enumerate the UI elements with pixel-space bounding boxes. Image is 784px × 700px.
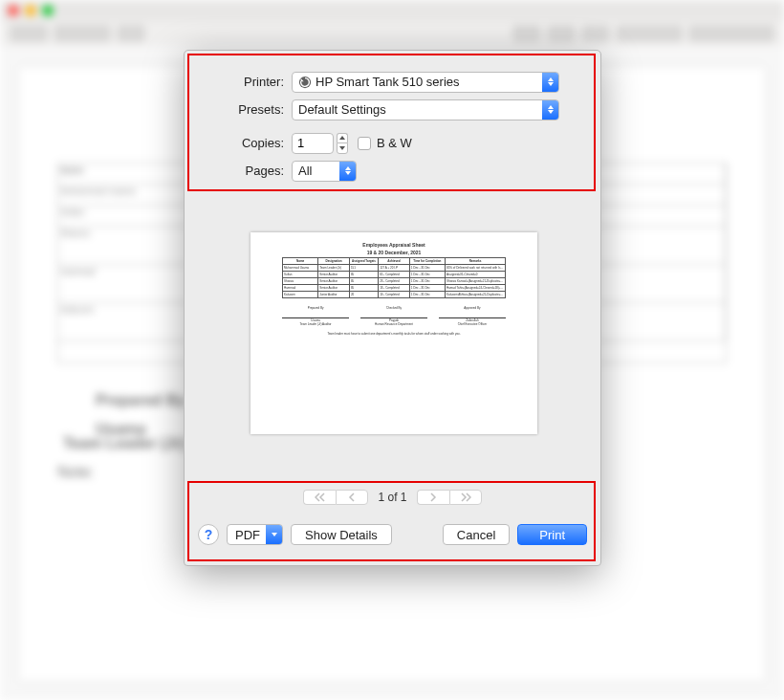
- printer-value: HP Smart Tank 510 series: [316, 75, 460, 89]
- printer-select[interactable]: HP Smart Tank 510 series: [292, 72, 559, 93]
- preview-td: Senior Auditor: [318, 272, 350, 278]
- preview-td: Team Leader (Jr): [318, 265, 350, 272]
- presets-select[interactable]: Default Settings: [292, 99, 559, 120]
- preview-td: Muhammad Usama: [283, 265, 318, 272]
- print-dialog: Printer: HP Smart Tank 510 series Preset…: [184, 50, 601, 566]
- chevron-down-icon: [266, 525, 282, 544]
- pages-value: All: [298, 164, 312, 178]
- help-button[interactable]: ?: [198, 524, 219, 545]
- show-details-button[interactable]: Show Details: [291, 524, 392, 545]
- preview-title: Employees Appraisal Sheet: [282, 242, 506, 248]
- cancel-label: Cancel: [457, 528, 495, 542]
- chevrons-updown-icon: [542, 73, 558, 92]
- cancel-button[interactable]: Cancel: [443, 524, 510, 545]
- stepper-up-icon[interactable]: [337, 133, 348, 143]
- preview-th: Name: [283, 258, 318, 265]
- copies-stepper[interactable]: [337, 133, 348, 154]
- preview-td: Kalsoom: [283, 292, 318, 298]
- preview-th: Assigned Targets: [349, 258, 378, 265]
- table-row: HammadSenior Auditor8513 - Completed1 De…: [283, 285, 506, 292]
- sig-a-role: Team Leader (Jr) Auditor: [282, 322, 349, 326]
- page-counter: 1 of 1: [378, 491, 406, 504]
- sig-c-head: Approved By: [439, 306, 506, 310]
- chevrons-updown-icon: [339, 162, 356, 181]
- preview-td: 1 Dec - 31 Dec: [409, 285, 445, 292]
- preview-th: Designation: [318, 258, 350, 265]
- table-row: KalsoomJunior Auditor2019 - Completed1 D…: [283, 292, 506, 298]
- preview-td: 85: [349, 278, 378, 285]
- chevrons-updown-icon: [542, 100, 558, 120]
- preview-td: 85: [349, 272, 378, 278]
- preview-td: Shanza: [283, 278, 318, 285]
- traffic-close-icon: [8, 5, 19, 16]
- first-page-button[interactable]: [303, 490, 336, 505]
- pages-select[interactable]: All: [292, 161, 357, 182]
- table-row: ShanzaSenior Auditor8523 - Completed1 De…: [283, 278, 506, 285]
- printer-label: Printer:: [185, 75, 292, 89]
- pdf-menu-button[interactable]: PDF: [227, 524, 283, 545]
- dialog-bottom-bar: ? PDF Show Details Cancel Print: [198, 524, 587, 545]
- print-label: Print: [539, 528, 565, 542]
- presets-label: Presets:: [185, 102, 292, 117]
- preview-td: 1 Dec - 31 Dec: [409, 265, 445, 272]
- print-preview: Employees Appraisal Sheet 19 & 20 Decemb…: [250, 232, 537, 434]
- preview-th: Achieved: [379, 258, 410, 265]
- preview-td: 127 A + 20 I,P: [379, 265, 410, 272]
- bw-label: B & W: [377, 136, 412, 150]
- preview-td: Hamad Tahir=(Assigned=24-Cleared=18)+(24…: [446, 285, 506, 292]
- show-details-label: Show Details: [305, 528, 378, 542]
- stepper-down-icon[interactable]: [337, 142, 348, 154]
- next-page-button[interactable]: [417, 490, 449, 505]
- preview-th: Time for Completion: [409, 258, 445, 265]
- preview-td: 19 - Completed: [379, 292, 410, 298]
- preview-td: Shanza Kanwal=(Assigned=21-Duplicate=03-…: [446, 278, 506, 285]
- sig-c-role: Chief Executive Officer: [439, 322, 506, 326]
- preview-td: Junior Auditor: [318, 292, 350, 298]
- copies-input[interactable]: [292, 133, 334, 154]
- print-options-form: Printer: HP Smart Tank 510 series Preset…: [185, 68, 600, 185]
- sig-b-role: Human Resource Department: [360, 322, 427, 326]
- sig-a-head: Prepared By: [282, 306, 349, 310]
- preview-td: Assigned=31-Cleared=0: [446, 272, 506, 278]
- pages-label: Pages:: [185, 164, 292, 178]
- preview-td: 65 - Completed: [379, 272, 410, 278]
- traffic-min-icon: [25, 5, 36, 16]
- preview-td: 1 Dec - 31 Dec: [409, 292, 445, 298]
- preview-td: 85% of Delivered work not returned with …: [446, 265, 506, 272]
- preview-td: 85: [349, 285, 378, 292]
- prev-page-button[interactable]: [336, 490, 368, 505]
- preview-td: Hammad: [283, 285, 318, 292]
- preview-td: 13 - Completed: [379, 285, 410, 292]
- preview-th: Remarks: [446, 258, 506, 265]
- refresh-icon: [298, 76, 312, 89]
- copies-label: Copies:: [185, 136, 292, 150]
- pdf-label: PDF: [235, 528, 260, 542]
- bw-checkbox[interactable]: [358, 137, 371, 150]
- table-row: Muhammad UsamaTeam Leader (Jr)151127 A +…: [283, 265, 506, 272]
- preview-subtitle: 19 & 20 December, 2021: [282, 250, 506, 255]
- preview-td: Kalsoom Akhtar=(Assigned=21-Duplicate=1-…: [446, 292, 506, 298]
- table-row: SufianSenior Auditor8565 - Completed1 De…: [283, 272, 506, 278]
- preview-td: Senior Auditor: [318, 278, 350, 285]
- preview-table: NameDesignationAssigned TargetsAchievedT…: [282, 257, 506, 298]
- help-icon: ?: [205, 527, 213, 542]
- preview-td: 1 Dec - 31 Dec: [409, 272, 445, 278]
- preview-td: 1 Dec - 31 Dec: [409, 278, 445, 285]
- preview-note: Team leader must have to submit one depa…: [282, 332, 506, 336]
- preview-td: Sufian: [283, 272, 318, 278]
- traffic-zoom-icon: [42, 5, 54, 16]
- preview-td: 20: [349, 292, 378, 298]
- last-page-button[interactable]: [449, 490, 482, 505]
- presets-value: Default Settings: [298, 102, 386, 117]
- preview-td: Senior Auditor: [318, 285, 350, 292]
- sig-b-head: Checked By: [360, 306, 427, 310]
- preview-td: 23 - Completed: [379, 278, 410, 285]
- preview-td: 151: [349, 265, 378, 272]
- preview-pager: 1 of 1: [185, 490, 600, 505]
- print-button[interactable]: Print: [517, 524, 587, 545]
